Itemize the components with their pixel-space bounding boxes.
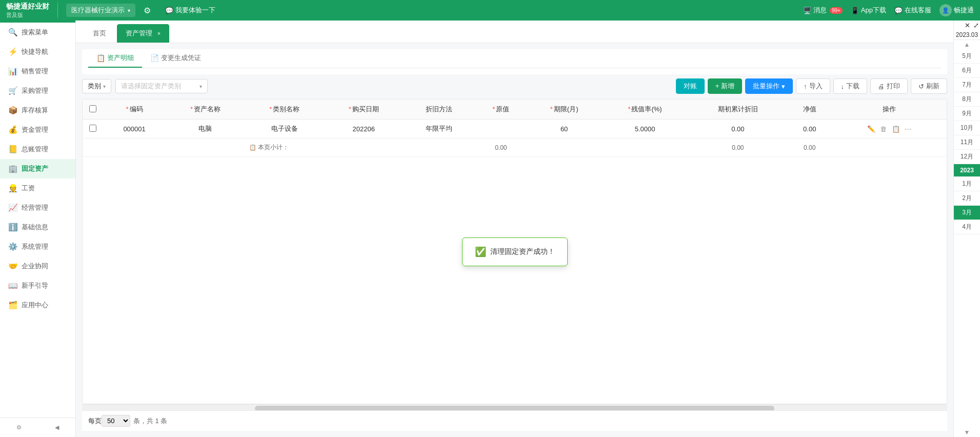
batch-button[interactable]: 批量操作 ▾ xyxy=(745,78,793,94)
sidebar-item-12[interactable]: 🤝企业协同 xyxy=(0,256,75,276)
new-button[interactable]: + 新增 xyxy=(708,78,742,94)
reconcile-button[interactable]: 对账 xyxy=(676,78,705,94)
tab-asset-management[interactable]: 资产管理 × xyxy=(117,24,169,43)
edit-icon[interactable]: ✏️ xyxy=(867,125,875,133)
company-selector[interactable]: 医疗器械行业演示 ▾ xyxy=(66,4,135,17)
page-content: 📋 资产明细 📄 变更生成凭证 类别 ▾ xyxy=(76,43,953,437)
user-item[interactable]: 👤 畅捷通 xyxy=(939,4,974,16)
logo-area: 畅捷通好业财 普及版 xyxy=(6,2,49,19)
refresh-button[interactable]: ↺ 刷新 xyxy=(911,78,947,94)
calendar-month-2月[interactable]: 2月 xyxy=(954,191,980,206)
sub-tab-asset-detail[interactable]: 📋 资产明细 xyxy=(88,49,142,68)
feedback-area[interactable]: 💬 我要体验一下 xyxy=(165,6,215,15)
calendar-nav-up[interactable]: ▲ xyxy=(954,40,980,49)
horizontal-scrollbar[interactable] xyxy=(82,404,947,410)
calendar-month-9月[interactable]: 9月 xyxy=(954,107,980,121)
row-depreciation-method: 年限平均 xyxy=(404,120,475,138)
sidebar-label-14: 应用中心 xyxy=(22,301,48,310)
pagination-bar: 每页 50 100 200 条，共 1 条 xyxy=(82,410,947,431)
import-label: 导入 xyxy=(809,82,823,91)
sidebar-item-14[interactable]: 🗂️应用中心 xyxy=(0,295,75,315)
calendar-month-6月[interactable]: 6月 xyxy=(954,64,980,78)
app-edition: 普及版 xyxy=(6,11,49,19)
more-icon[interactable]: ⋯ xyxy=(905,125,911,133)
header-operations: 操作 xyxy=(832,100,947,120)
sidebar-item-10[interactable]: ℹ️基础信息 xyxy=(0,217,75,237)
sidebar-label-8: 工资 xyxy=(22,184,35,193)
download-button[interactable]: ↓ 下载 xyxy=(833,78,868,94)
asset-detail-icon: 📋 xyxy=(96,54,105,62)
calendar-month-11月[interactable]: 11月 xyxy=(954,135,980,150)
user-avatar: 👤 xyxy=(939,4,952,16)
sidebar-label-0: 搜索菜单 xyxy=(22,28,48,37)
calendar-scroll[interactable]: 5月6月7月8月9月10月11月12月20231月2月3月4月 xyxy=(954,49,980,428)
import-button[interactable]: ↑ 导入 xyxy=(796,78,830,94)
sidebar-settings-btn[interactable]: ⚙ xyxy=(12,422,26,433)
calendar-month-7月[interactable]: 7月 xyxy=(954,78,980,92)
sidebar-label-9: 经营管理 xyxy=(22,203,48,212)
sidebar-icon-7: 🏢 xyxy=(8,164,17,173)
calendar-month-12月[interactable]: 12月 xyxy=(954,150,980,164)
tab-close-icon[interactable]: × xyxy=(157,30,161,36)
subtotal-empty2 xyxy=(103,138,166,157)
topbar-settings-icon[interactable]: ⚙ xyxy=(144,6,151,15)
calendar-top-buttons: ✕ ⤢ xyxy=(954,21,980,30)
sidebar-item-5[interactable]: 💰资金管理 xyxy=(0,120,75,140)
company-name: 医疗器械行业演示 xyxy=(71,6,125,15)
category-label: 类别 xyxy=(88,82,101,91)
sidebar-icon-12: 🤝 xyxy=(8,262,17,271)
sidebar-item-2[interactable]: 📊销售管理 xyxy=(0,62,75,81)
app-download-item[interactable]: 📱 App下载 xyxy=(851,6,886,15)
copy-icon[interactable]: 📋 xyxy=(892,125,900,133)
subtotal-empty5 xyxy=(527,138,602,157)
toolbar: 类别 ▾ 请选择固定资产类别 ▾ 对账 + 新增 批量操作 ▾ xyxy=(82,78,947,94)
message-item[interactable]: 🖥️ 消息 99+ xyxy=(803,6,843,15)
calendar-month-4月[interactable]: 4月 xyxy=(954,220,980,234)
calendar-month-5月[interactable]: 5月 xyxy=(954,49,980,64)
category-input[interactable]: 请选择固定资产类别 ▾ xyxy=(115,79,208,93)
sidebar-item-1[interactable]: ⚡快捷导航 xyxy=(0,42,75,62)
calendar-up-button[interactable]: ▲ xyxy=(964,41,970,48)
header-original-value: *原值 xyxy=(475,100,527,120)
sub-tabs: 📋 资产明细 📄 变更生成凭证 xyxy=(88,49,941,68)
print-button[interactable]: 🖨 打印 xyxy=(870,78,908,94)
calendar-nav-down[interactable]: ▼ xyxy=(954,428,980,437)
calendar-down-button[interactable]: ▼ xyxy=(964,429,970,436)
sidebar-item-11[interactable]: ⚙️系统管理 xyxy=(0,237,75,256)
row-period: 60 xyxy=(527,120,602,138)
per-page-select[interactable]: 50 100 200 xyxy=(102,415,130,427)
app-download-label: App下载 xyxy=(861,6,886,15)
sidebar-item-9[interactable]: 📈经营管理 xyxy=(0,198,75,217)
calendar-panel: ✕ ⤢ 2023.03 ▲ 5月6月7月8月9月10月11月12月20231月2… xyxy=(953,21,980,437)
category-filter[interactable]: 类别 ▾ xyxy=(82,79,111,93)
sidebar-item-4[interactable]: 📦库存核算 xyxy=(0,101,75,120)
calendar-month-8月[interactable]: 8月 xyxy=(954,92,980,107)
sidebar-item-3[interactable]: 🛒采购管理 xyxy=(0,81,75,101)
sub-tab-change-voucher[interactable]: 📄 变更生成凭证 xyxy=(142,49,209,68)
message-icon: 🖥️ xyxy=(803,7,811,14)
calendar-close-icon[interactable]: ✕ xyxy=(965,22,970,29)
delete-icon[interactable]: 🗑 xyxy=(880,125,887,133)
sidebar-item-7[interactable]: 🏢固定资产 xyxy=(0,159,75,178)
header-net-value: 净值 xyxy=(788,100,832,120)
sidebar-item-6[interactable]: 📒总账管理 xyxy=(0,140,75,159)
sidebar-item-0[interactable]: 🔍搜索菜单 xyxy=(0,23,75,42)
refresh-label: 刷新 xyxy=(926,82,939,91)
subtotal-empty6 xyxy=(602,138,688,157)
sidebar-item-8[interactable]: 👷工资 xyxy=(0,178,75,198)
calendar-month-10月[interactable]: 10月 xyxy=(954,121,980,135)
category-input-arrow-icon: ▾ xyxy=(199,84,202,89)
calendar-month-1月[interactable]: 1月 xyxy=(954,177,980,191)
toolbar-right: 对账 + 新增 批量操作 ▾ ↑ 导入 ↓ 下载 🖨 xyxy=(676,78,947,94)
select-all-checkbox[interactable] xyxy=(89,105,96,112)
sidebar-item-13[interactable]: 📖新手引导 xyxy=(0,276,75,295)
tab-home[interactable]: 首页 xyxy=(84,24,115,43)
row-checkbox[interactable] xyxy=(89,125,96,132)
header-period: *期限(月) xyxy=(527,100,602,120)
calendar-month-3月[interactable]: 3月 xyxy=(954,206,980,220)
success-message: 清理固定资产成功！ xyxy=(490,247,555,256)
sidebar-collapse-btn[interactable]: ◀ xyxy=(51,422,63,433)
online-service-item[interactable]: 💬 在线客服 xyxy=(894,6,931,15)
calendar-expand-icon[interactable]: ⤢ xyxy=(973,22,979,29)
row-net-value: 0.00 xyxy=(788,120,832,138)
